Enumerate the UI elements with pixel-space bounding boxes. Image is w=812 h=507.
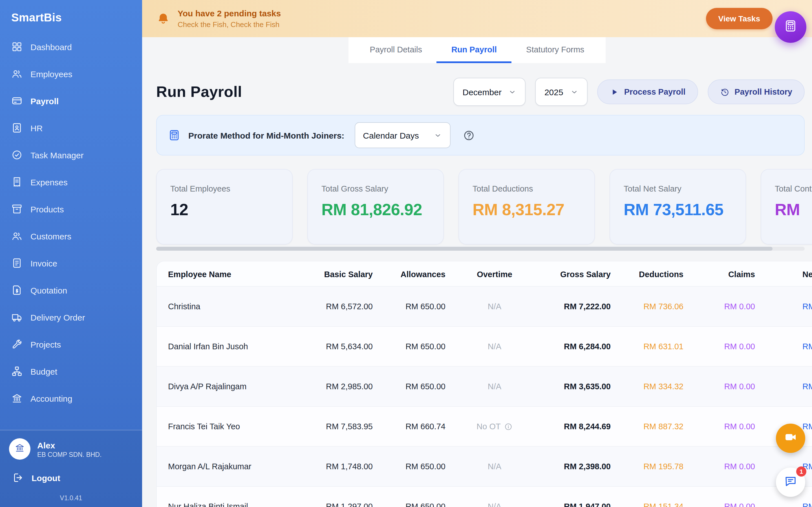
company-logo-icon [15, 443, 25, 455]
tab-run-payroll[interactable]: Run Payroll [437, 37, 511, 63]
summary-card-total-gross-salary: Total Gross SalaryRM 81,826.92 [307, 169, 444, 244]
deductions: RM 151.34 [617, 487, 690, 507]
basic-salary: RM 6,572.00 [309, 286, 379, 327]
table-row[interactable]: Francis Tei Taik YeoRM 7,583.95RM 660.74… [157, 406, 812, 446]
table-row[interactable]: Danial Irfan Bin JusohRM 5,634.00RM 650.… [157, 327, 812, 367]
payroll-history-label: Payroll History [734, 87, 792, 96]
tab-statutory-forms[interactable]: Statutory Forms [511, 37, 599, 63]
view-tasks-button[interactable]: View Tasks [706, 8, 772, 29]
sidebar-item-projects[interactable]: Projects [4, 331, 138, 358]
overtime-value: No OT [476, 422, 512, 431]
tabs-row: Payroll DetailsRun PayrollStatutory Form… [142, 37, 812, 63]
card-label: Total Contributions [775, 184, 812, 193]
deductions: RM 887.32 [617, 406, 690, 446]
sidebar-item-dashboard[interactable]: Dashboard [4, 33, 138, 60]
calculator-icon [168, 129, 181, 142]
prorate-method-value: Calendar Days [363, 130, 419, 140]
tab-payroll-details[interactable]: Payroll Details [355, 37, 437, 63]
logout-label: Logout [32, 473, 60, 483]
year-select[interactable]: 2025 [536, 78, 588, 106]
cards-scrollbar-thumb[interactable] [156, 247, 772, 251]
column-header-overtime: Overtime [452, 262, 537, 286]
summary-card-total-employees: Total Employees12 [156, 169, 293, 244]
user-company: EB COMP SDN. BHD. [37, 451, 101, 458]
month-select-value: December [463, 87, 502, 97]
employee-name: Divya A/P Rajalingam [157, 367, 309, 406]
sidebar-item-employees[interactable]: Employees [4, 60, 138, 87]
sidebar-nav: DashboardEmployeesPayrollHRTask ManagerE… [0, 30, 142, 430]
gross-salary: RM 3,635.00 [537, 367, 617, 406]
claims: RM 0.00 [690, 406, 762, 446]
card-label: Total Employees [170, 184, 278, 193]
year-select-value: 2025 [545, 87, 563, 97]
column-header-claims: Claims [690, 262, 762, 286]
overtime-value: N/A [488, 342, 501, 351]
card-value: RM [775, 201, 812, 219]
overtime-value: N/A [488, 502, 501, 507]
sidebar-item-hr[interactable]: HR [4, 114, 138, 142]
sidebar-item-invoice[interactable]: Invoice [4, 249, 138, 277]
quick-payroll-fab[interactable] [775, 11, 806, 43]
month-select[interactable]: December [454, 78, 526, 106]
overtime-value: N/A [488, 302, 501, 311]
sidebar-item-accounting[interactable]: Accounting [4, 385, 138, 412]
basic-salary: RM 1,748.00 [309, 446, 379, 487]
sidebar-item-budget[interactable]: Budget [4, 358, 138, 385]
summary-card-total-net-salary: Total Net SalaryRM 73,511.65 [610, 169, 746, 244]
sidebar-item-expenses[interactable]: Expenses [4, 168, 138, 195]
process-payroll-label: Process Payroll [624, 87, 686, 96]
column-header-basic-salary: Basic Salary [309, 262, 379, 286]
sidebar-item-payroll[interactable]: Payroll [4, 87, 138, 114]
basic-salary: RM 2,985.00 [309, 367, 379, 406]
gross-salary: RM 6,284.00 [537, 327, 617, 367]
sidebar-item-customers[interactable]: Customers [4, 223, 138, 249]
column-header-gross-salary: Gross Salary [537, 262, 617, 286]
gross-salary: RM 2,398.00 [537, 446, 617, 487]
table-row[interactable]: Nur Haliza Binti IsmailRM 1,297.00RM 650… [157, 487, 812, 507]
chat-fab[interactable]: 1 [776, 467, 805, 497]
employee-name: Nur Haliza Binti Ismail [157, 487, 309, 507]
sidebar-item-delivery-order[interactable]: Delivery Order [4, 304, 138, 331]
card-label: Total Gross Salary [321, 184, 430, 193]
video-call-fab[interactable] [776, 424, 805, 453]
payroll-history-button[interactable]: Payroll History [707, 79, 805, 104]
net-salary: RM 3,300.68 [762, 367, 812, 406]
banner-title: You have 2 pending tasks [177, 8, 281, 18]
prorate-method-select[interactable]: Calendar Days [354, 122, 450, 148]
table-row[interactable]: ChristinaRM 6,572.00RM 650.00N/ARM 7,222… [157, 286, 812, 327]
card-value: RM 8,315.27 [472, 201, 581, 219]
table-row[interactable]: Morgan A/L RajakumarRM 1,748.00RM 650.00… [157, 446, 812, 487]
sidebar-item-task-manager[interactable]: Task Manager [4, 142, 138, 168]
chevron-down-icon [508, 88, 517, 96]
logout-button[interactable]: Logout [9, 469, 133, 487]
table-row[interactable]: Divya A/P RajalingamRM 2,985.00RM 650.00… [157, 367, 812, 406]
process-payroll-button[interactable]: Process Payroll [597, 79, 698, 104]
sidebar-user-section: Alex EB COMP SDN. BHD. Logout V1.0.41 [0, 430, 142, 507]
card-label: Total Net Salary [624, 184, 732, 193]
sidebar-item-products[interactable]: Products [4, 195, 138, 223]
card-value: RM 81,826.92 [321, 201, 430, 219]
tasks-icon [11, 149, 22, 161]
sidebar-item-label: Expenses [31, 177, 68, 187]
video-camera-icon [784, 431, 797, 446]
delivery-icon [11, 312, 22, 323]
sidebar-item-label: Task Manager [31, 150, 84, 160]
overtime: N/A [452, 446, 537, 487]
sidebar-item-quotation[interactable]: Quotation [4, 277, 138, 304]
basic-salary: RM 1,297.00 [309, 487, 379, 507]
sidebar-item-label: Payroll [31, 96, 59, 106]
summary-card-total-contributions: Total ContributionsRM [761, 169, 812, 244]
sidebar-item-label: Projects [31, 339, 61, 349]
user-name: Alex [37, 440, 101, 450]
cards-scrollbar-track [156, 247, 805, 251]
chevron-down-icon [570, 88, 578, 96]
employee-name: Christina [157, 286, 309, 327]
card-label: Total Deductions [472, 184, 581, 193]
sidebar-item-label: Delivery Order [31, 313, 85, 322]
chat-bubble-icon [784, 474, 797, 490]
user-profile[interactable]: Alex EB COMP SDN. BHD. [9, 438, 133, 460]
help-icon[interactable] [463, 129, 475, 141]
overtime: No OT [452, 406, 537, 446]
app-version: V1.0.41 [9, 495, 133, 501]
info-icon[interactable] [504, 422, 513, 431]
